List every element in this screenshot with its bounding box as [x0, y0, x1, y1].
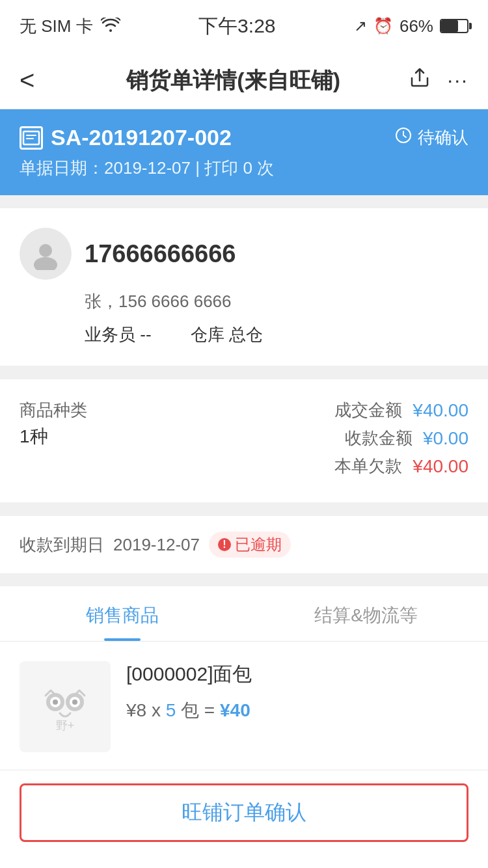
customer-alt-phone: 156 6666 6666	[118, 292, 232, 311]
avatar	[20, 228, 72, 280]
svg-point-9	[72, 699, 77, 705]
nav-actions: ···	[408, 66, 468, 95]
order-icon	[20, 126, 43, 150]
product-types-field: 商品种类 1种	[20, 399, 87, 449]
order-header: SA-20191207-002 待确认 单据日期：2019-12-07 | 打印…	[0, 109, 488, 195]
product-name: [0000002]面包	[126, 661, 468, 688]
unit-price: ¥8	[126, 700, 146, 720]
order-date: 单据日期：2019-12-07 | 打印 0 次	[20, 157, 468, 180]
summary-card: 商品种类 1种 成交金额 ¥40.00 收款金额 ¥0.00 本单欠款 ¥40.…	[0, 379, 488, 502]
location-icon: ↗	[354, 17, 367, 35]
share-icon[interactable]	[408, 66, 431, 95]
status-time: 下午3:28	[198, 13, 275, 40]
customer-meta: 业务员 -- 仓库 总仓	[20, 323, 468, 346]
balance-row: 本单欠款 ¥40.00	[334, 455, 468, 478]
product-price: ¥8 x 5 包 = ¥40	[126, 698, 468, 723]
wifi-icon	[101, 16, 120, 36]
due-date-card: 收款到期日 2019-12-07 ! 已逾期	[0, 516, 488, 573]
page-title: 销货单详情(来自旺铺)	[59, 66, 408, 96]
amounts-section: 成交金额 ¥40.00 收款金额 ¥0.00 本单欠款 ¥40.00	[334, 399, 468, 483]
clock-icon	[394, 126, 413, 149]
balance-amount: ¥40.00	[413, 456, 468, 477]
customer-card: 17666666666 张，156 6666 6666 业务员 -- 仓库 总仓	[0, 208, 488, 366]
warehouse-field: 仓库 总仓	[191, 323, 263, 346]
svg-point-3	[34, 257, 57, 270]
salesperson-field: 业务员 --	[85, 323, 152, 346]
bottom-bar: 旺铺订单确认	[0, 770, 488, 868]
list-item: 野+ [0000002]面包 ¥8 x 5 包 = ¥40	[20, 661, 468, 752]
product-list: 野+ [0000002]面包 ¥8 x 5 包 = ¥40	[0, 642, 488, 772]
confirm-button[interactable]: 旺铺订单确认	[20, 783, 468, 842]
unit: 包	[181, 700, 199, 720]
quantity: 5	[166, 700, 176, 720]
battery-percent: 66%	[400, 16, 433, 36]
svg-point-8	[53, 699, 58, 705]
overdue-badge: ! 已逾期	[209, 532, 291, 558]
received-amount-row: 收款金额 ¥0.00	[334, 427, 468, 450]
svg-point-2	[39, 244, 52, 257]
tab-settlement[interactable]: 结算&物流等	[244, 586, 488, 641]
due-date-label: 收款到期日	[20, 534, 104, 556]
product-detail: [0000002]面包 ¥8 x 5 包 = ¥40	[126, 661, 468, 723]
tabs-bar: 销售商品 结算&物流等	[0, 586, 488, 642]
back-button[interactable]: <	[20, 66, 59, 95]
svg-text:野+: 野+	[56, 719, 75, 732]
due-date-value: 2019-12-07	[113, 535, 200, 555]
more-icon[interactable]: ···	[447, 68, 468, 92]
carrier-text: 无 SIM 卡	[20, 15, 93, 38]
product-image: 野+	[20, 661, 111, 752]
status-bar: 无 SIM 卡 下午3:28 ↗ ⏰ 66%	[0, 0, 488, 52]
total-price: ¥40	[220, 700, 251, 720]
order-number: SA-20191207-002	[20, 125, 232, 150]
overdue-icon: !	[218, 538, 231, 551]
transaction-amount-row: 成交金额 ¥40.00	[334, 399, 468, 422]
received-amount: ¥0.00	[423, 428, 468, 449]
transaction-amount: ¥40.00	[413, 400, 468, 421]
customer-info: 张，156 6666 6666	[20, 290, 468, 313]
order-status: 待确认	[394, 126, 468, 149]
tab-products[interactable]: 销售商品	[0, 586, 244, 641]
status-right: ↗ ⏰ 66%	[354, 16, 468, 36]
customer-name: 张	[85, 292, 102, 311]
status-carrier: 无 SIM 卡	[20, 15, 120, 38]
customer-phone: 17666666666	[85, 240, 236, 268]
alarm-icon: ⏰	[373, 17, 393, 35]
battery-icon	[440, 19, 468, 33]
nav-bar: < 销货单详情(来自旺铺) ···	[0, 52, 488, 109]
